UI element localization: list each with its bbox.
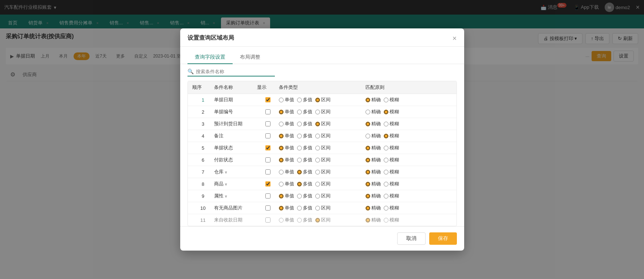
row-name-1: 单据日期 — [214, 97, 257, 103]
cond-multi-11[interactable]: 多值 — [297, 217, 312, 223]
cond-single-9[interactable]: 单值 — [279, 193, 294, 199]
match-fuzzy-10[interactable]: 模糊 — [384, 205, 399, 211]
expand-icon-8[interactable]: ∨ — [225, 182, 227, 186]
row-display-4 — [257, 133, 279, 138]
match-exact-5[interactable]: 精确 — [366, 145, 381, 151]
cond-range-5[interactable]: 区间 — [315, 145, 331, 151]
display-checkbox-9[interactable] — [265, 193, 270, 199]
row-match-2: 精确 模糊 — [366, 109, 452, 115]
match-fuzzy-6[interactable]: 模糊 — [384, 157, 399, 163]
row-match-3: 精确 模糊 — [366, 121, 452, 127]
cond-range-6[interactable]: 区间 — [315, 157, 331, 163]
col-match-rule-header: 匹配原则 — [366, 84, 452, 91]
match-fuzzy-8[interactable]: 模糊 — [384, 181, 399, 187]
match-exact-7[interactable]: 精确 — [366, 169, 381, 175]
display-checkbox-7[interactable] — [265, 169, 270, 174]
cond-multi-7[interactable]: 多值 — [297, 169, 312, 175]
row-seq-11: 11 — [192, 217, 214, 223]
match-exact-3[interactable]: 精确 — [366, 121, 381, 127]
cond-single-2[interactable]: 单值 — [279, 109, 294, 115]
match-exact-4[interactable]: 精确 — [366, 133, 381, 139]
display-checkbox-11[interactable] — [265, 217, 270, 223]
cond-single-5[interactable]: 单值 — [279, 145, 294, 151]
expand-icon-7[interactable]: ∨ — [225, 170, 227, 174]
row-display-6 — [257, 157, 279, 162]
col-display-header: 显示 — [257, 84, 279, 91]
cond-range-1[interactable]: 区间 — [315, 97, 331, 103]
cond-multi-3[interactable]: 多值 — [297, 121, 312, 127]
table-row: 10 有无商品图片 单值 多值 区间 精确 模糊 — [188, 202, 457, 214]
row-display-3 — [257, 121, 279, 126]
display-checkbox-4[interactable] — [265, 133, 270, 138]
col-cond-type-header: 条件类型 — [279, 84, 366, 91]
cond-single-10[interactable]: 单值 — [279, 205, 294, 211]
display-checkbox-10[interactable] — [265, 205, 270, 211]
cond-range-2[interactable]: 区间 — [315, 109, 331, 115]
cond-multi-1[interactable]: 多值 — [297, 97, 312, 103]
display-checkbox-5[interactable] — [265, 145, 270, 150]
match-exact-10[interactable]: 精确 — [366, 205, 381, 211]
cond-multi-6[interactable]: 多值 — [297, 157, 312, 163]
cond-single-6[interactable]: 单值 — [279, 157, 294, 163]
dialog-close-btn[interactable]: × — [453, 35, 457, 42]
cond-single-4[interactable]: 单值 — [279, 133, 294, 139]
display-checkbox-2[interactable] — [265, 109, 270, 114]
cond-range-9[interactable]: 区间 — [315, 193, 331, 199]
display-checkbox-6[interactable] — [265, 157, 270, 162]
cond-single-3[interactable]: 单值 — [279, 121, 294, 127]
row-display-10 — [257, 205, 279, 211]
cond-multi-2[interactable]: 多值 — [297, 109, 312, 115]
cond-multi-9[interactable]: 多值 — [297, 193, 312, 199]
row-match-6: 精确 模糊 — [366, 157, 452, 163]
match-fuzzy-9[interactable]: 模糊 — [384, 193, 399, 199]
match-fuzzy-11[interactable]: 模糊 — [384, 217, 399, 223]
match-fuzzy-2[interactable]: 模糊 — [384, 109, 399, 115]
cond-range-8[interactable]: 区间 — [315, 181, 331, 187]
match-fuzzy-4[interactable]: 模糊 — [384, 133, 399, 139]
tab-query-fields[interactable]: 查询字段设置 — [187, 51, 233, 64]
row-match-11: 精确 模糊 — [366, 217, 452, 223]
cond-range-3[interactable]: 区间 — [315, 121, 331, 127]
match-fuzzy-7[interactable]: 模糊 — [384, 169, 399, 175]
cond-multi-8[interactable]: 多值 — [297, 181, 312, 187]
row-seq-3: 3 — [192, 121, 214, 127]
match-fuzzy-5[interactable]: 模糊 — [384, 145, 399, 151]
row-display-11 — [257, 217, 279, 223]
match-fuzzy-1[interactable]: 模糊 — [384, 97, 399, 103]
table-row: 8 商品 ∨ 单值 多值 区间 精确 模糊 — [188, 178, 457, 190]
cond-range-7[interactable]: 区间 — [315, 169, 331, 175]
expand-icon-9[interactable]: ∨ — [225, 194, 227, 198]
cond-range-10[interactable]: 区间 — [315, 205, 331, 211]
tab-layout-adjust[interactable]: 布局调整 — [233, 51, 268, 64]
match-exact-1[interactable]: 精确 — [366, 97, 381, 103]
row-seq-10: 10 — [192, 205, 214, 211]
match-exact-9[interactable]: 精确 — [366, 193, 381, 199]
match-exact-2[interactable]: 精确 — [366, 109, 381, 115]
cond-multi-4[interactable]: 多值 — [297, 133, 312, 139]
row-cond-type-8: 单值 多值 区间 — [279, 181, 366, 187]
match-fuzzy-3[interactable]: 模糊 — [384, 121, 399, 127]
row-match-10: 精确 模糊 — [366, 205, 452, 211]
match-exact-11[interactable]: 精确 — [366, 217, 381, 223]
table-row: 5 单据状态 单值 多值 区间 精确 模糊 — [188, 142, 457, 154]
cond-range-11[interactable]: 区间 — [315, 217, 331, 223]
display-checkbox-1[interactable] — [265, 97, 270, 102]
display-checkbox-3[interactable] — [265, 121, 270, 126]
row-cond-type-7: 单值 多值 区间 — [279, 169, 366, 175]
cond-single-11[interactable]: 单值 — [279, 217, 294, 223]
cond-multi-5[interactable]: 多值 — [297, 145, 312, 151]
cond-single-8[interactable]: 单值 — [279, 181, 294, 187]
save-button[interactable]: 保存 — [429, 232, 457, 245]
cond-range-4[interactable]: 区间 — [315, 133, 331, 139]
display-checkbox-8[interactable] — [265, 181, 270, 186]
search-input[interactable] — [196, 69, 269, 74]
match-exact-6[interactable]: 精确 — [366, 157, 381, 163]
cond-single-1[interactable]: 单值 — [279, 97, 294, 103]
row-cond-type-10: 单值 多值 区间 — [279, 205, 366, 211]
row-seq-9: 9 — [192, 193, 214, 199]
row-name-2: 单据编号 — [214, 109, 257, 115]
match-exact-8[interactable]: 精确 — [366, 181, 381, 187]
cond-single-7[interactable]: 单值 — [279, 169, 294, 175]
cancel-button[interactable]: 取消 — [397, 232, 426, 245]
cond-multi-10[interactable]: 多值 — [297, 205, 312, 211]
